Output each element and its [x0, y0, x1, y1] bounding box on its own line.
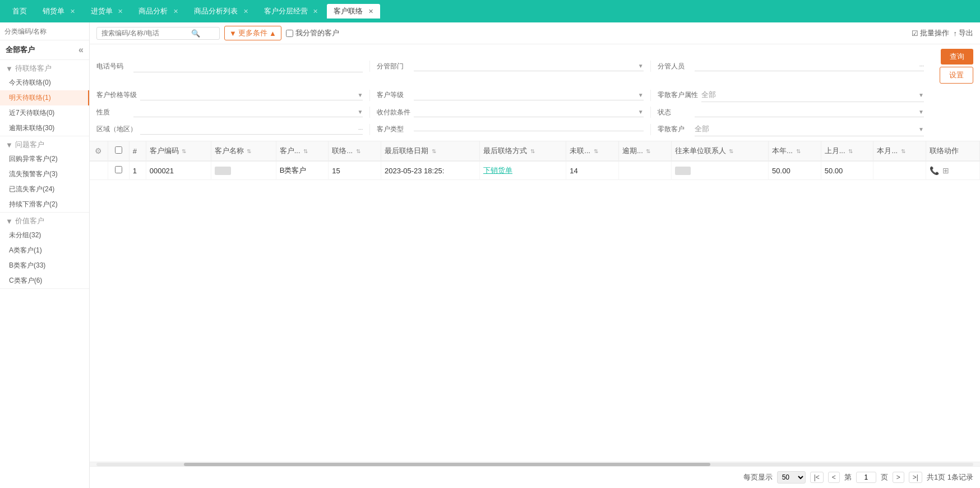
sidebar-search-wrap: 🔍	[0, 22, 89, 40]
nav-item-analysis-list[interactable]: 商品分析列表 ✕	[187, 4, 255, 19]
scrollbar-thumb[interactable]	[184, 463, 710, 466]
sidebar-item-class-b[interactable]: B类客户(33)	[0, 258, 89, 273]
filter-status-select[interactable]: ▼	[695, 107, 924, 117]
filter-customer-type-select[interactable]	[414, 127, 643, 131]
first-page-btn[interactable]: |<	[810, 472, 824, 483]
filter-row-4: 区域（地区） ··· 客户类型 零散客户	[96, 122, 973, 136]
export-icon: ↑	[954, 29, 958, 38]
filter-nature-select[interactable]: ▼	[133, 107, 363, 117]
query-set-col: 查询 设置	[928, 49, 973, 84]
col-not-contact[interactable]: 未联... ⇅	[566, 141, 619, 161]
nav-close-sales[interactable]: ✕	[70, 8, 75, 15]
sidebar-item-class-c[interactable]: C类客户(6)	[0, 273, 89, 288]
nav-item-purchase[interactable]: 进货单 ✕	[84, 4, 130, 19]
gear-icon[interactable]: ⚙	[95, 146, 102, 155]
col-this-year[interactable]: 本年... ⇅	[769, 141, 821, 161]
filter-customer-type: 客户类型	[377, 125, 643, 134]
sort-icon-name: ⇅	[247, 148, 251, 154]
col-contact[interactable]: 联络... ⇅	[329, 141, 381, 161]
nav-home[interactable]: 首页	[6, 4, 34, 19]
sidebar-item-ungrouped[interactable]: 未分组(32)	[0, 228, 89, 243]
row-this-month	[873, 161, 926, 180]
qr-icon[interactable]: ⊞	[942, 166, 949, 175]
row-action: 📞 ⊞	[926, 161, 980, 180]
nav-close-customer-segment[interactable]: ✕	[313, 8, 318, 15]
sidebar-item-today[interactable]: 今天待联络(0)	[0, 75, 89, 90]
query-btn[interactable]: 查询	[941, 49, 973, 65]
search-submit-icon[interactable]: 🔍	[191, 29, 200, 38]
col-code[interactable]: 客户编码 ⇅	[146, 141, 211, 161]
page-input[interactable]	[856, 472, 876, 483]
last-page-btn[interactable]: >|	[909, 472, 922, 483]
set-btn[interactable]: 设置	[940, 67, 973, 84]
filter-person-select[interactable]: ···	[695, 61, 924, 71]
nav-item-sales[interactable]: 销货单 ✕	[36, 4, 82, 19]
row-last-date: 2023-05-23 18:25:	[381, 161, 479, 180]
nav-item-customer-segment[interactable]: 客户分层经营 ✕	[257, 4, 325, 19]
batch-op-btn[interactable]: ☑ 批量操作	[912, 28, 949, 38]
col-this-month[interactable]: 本月... ⇅	[873, 141, 926, 161]
filter-region-select[interactable]: ···	[140, 125, 363, 135]
filter-person: 分管人员 ···	[658, 61, 924, 71]
nav-close-analysis[interactable]: ✕	[173, 8, 178, 15]
last-contact-way-link[interactable]: 下销货单	[483, 166, 512, 174]
sidebar-item-class-a[interactable]: A类客户(1)	[0, 243, 89, 258]
sidebar-item-7days[interactable]: 近7天待联络(0)	[0, 105, 89, 121]
chevron-down-icon-6: ▼	[357, 109, 363, 115]
nav-close-customer-contact[interactable]: ✕	[368, 8, 373, 15]
col-contacts-person[interactable]: 往来单位联系人 ⇅	[671, 141, 769, 161]
col-action: 联络动作	[926, 141, 980, 161]
col-last-way[interactable]: 最后联络方式 ⇅	[479, 141, 566, 161]
filter-payment-select[interactable]: ▼	[414, 107, 643, 117]
sidebar-item-tomorrow[interactable]: 明天待联络(1)	[0, 90, 89, 105]
nav-close-purchase[interactable]: ✕	[118, 8, 123, 15]
nav-item-customer-contact[interactable]: 客户联络 ✕	[327, 4, 380, 19]
sidebar-item-churn-warning[interactable]: 流失预警客户(3)	[0, 167, 89, 182]
row-index: 1	[129, 161, 146, 180]
action-btns: ☑ 批量操作 ↑ 导出	[912, 28, 974, 38]
col-type[interactable]: 客户... ⇅	[276, 141, 329, 161]
select-all-checkbox[interactable]	[115, 146, 122, 154]
col-last-date[interactable]: 最后联络日期 ⇅	[381, 141, 479, 161]
row-checkbox[interactable]	[115, 166, 122, 173]
call-icon[interactable]: 📞	[930, 166, 939, 175]
search-input[interactable]	[101, 29, 191, 37]
row-last-month: 50.00	[821, 161, 873, 180]
sidebar-item-overdue[interactable]: 逾期未联络(30)	[0, 121, 89, 136]
col-name[interactable]: 客户名称 ⇅	[211, 141, 276, 161]
filter-dept-select[interactable]: ▼	[414, 61, 643, 71]
sidebar-search-input[interactable]	[4, 27, 89, 35]
per-page-select[interactable]: 50 100 200	[777, 471, 806, 484]
sidebar-item-repurchase-abnormal[interactable]: 回购异常客户(2)	[0, 151, 89, 167]
row-type: B类客户	[276, 161, 329, 180]
filter-icon: ▼	[229, 29, 237, 38]
filter-customer-level-select[interactable]: ▼	[414, 90, 643, 100]
my-customers-checkbox[interactable]	[286, 30, 293, 37]
prev-page-btn[interactable]: <	[828, 472, 840, 483]
col-overdue[interactable]: 逾期... ⇅	[618, 141, 671, 161]
chevron-down-icon-11: ▼	[918, 126, 924, 132]
filter-dept: 分管部门 ▼	[377, 61, 643, 71]
chevron-down-icon-4: ▼	[638, 92, 644, 98]
nav-close-analysis-list[interactable]: ✕	[243, 8, 248, 15]
next-page-btn[interactable]: >	[893, 472, 904, 483]
sidebar-collapse-btn[interactable]: «	[78, 45, 84, 55]
nav-item-analysis[interactable]: 商品分析 ✕	[132, 4, 185, 19]
more-filter-btn[interactable]: ▼ 更多条件 ▲	[224, 26, 281, 40]
filter-price-level-select[interactable]: ▼	[140, 90, 363, 100]
filter-retail-customer-select[interactable]: 全部 ▼	[695, 122, 924, 136]
page-suffix: 页	[881, 472, 888, 482]
filter-retail-attr-select[interactable]: 全部 ▼	[701, 88, 924, 102]
filter-phone-input[interactable]	[133, 61, 363, 72]
horizontal-scrollbar[interactable]	[90, 462, 980, 466]
sidebar-all-customers[interactable]: 全部客户 «	[0, 40, 89, 60]
sidebar-item-churned[interactable]: 已流失客户(24)	[0, 182, 89, 197]
row-this-year: 50.00	[769, 161, 821, 180]
pending-section-title: ▼ 待联络客户	[0, 60, 89, 75]
sidebar-item-declining[interactable]: 持续下滑客户(2)	[0, 197, 89, 212]
col-gear[interactable]: ⚙	[90, 141, 108, 161]
problem-section: ▼ 问题客户 回购异常客户(2) 流失预警客户(3) 已流失客户(24) 持续下…	[0, 136, 89, 213]
col-last-month[interactable]: 上月... ⇅	[821, 141, 873, 161]
export-btn[interactable]: ↑ 导出	[954, 28, 974, 38]
my-customers-filter[interactable]: 我分管的客户	[286, 28, 339, 38]
